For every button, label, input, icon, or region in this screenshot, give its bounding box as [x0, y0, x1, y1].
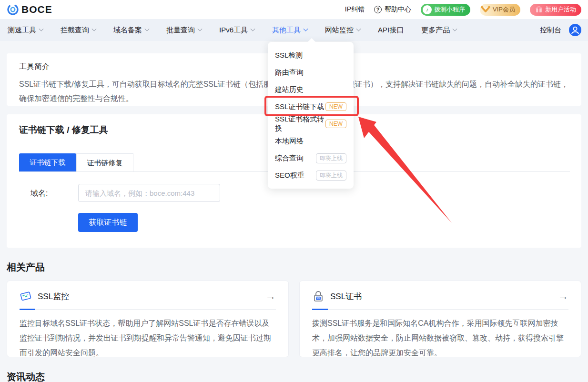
nav-item-icp-lookup[interactable]: 域名备案: [113, 26, 149, 35]
card-description: 监控目标域名SSL证书状态，帮助用户了解网站SSL证书是否存在错误以及监控证书到…: [20, 316, 276, 360]
dropdown-label: 建站历史: [275, 85, 304, 94]
card-head: SSL监控 →: [20, 288, 276, 305]
nav-item-api[interactable]: API接口: [378, 26, 404, 35]
topbar-links: IP纠错 ? 帮助中心 ♪ 拨测小程序 VIP会员: [345, 4, 581, 16]
chevron-down-icon: [453, 26, 457, 31]
card-divider: [312, 308, 568, 310]
card-divider: [20, 308, 276, 310]
svg-text:SSL: SSL: [316, 297, 321, 300]
ssl-monitor-icon: [20, 290, 32, 302]
nav-label: API接口: [378, 26, 404, 35]
card-title: SSL监控: [38, 291, 69, 302]
arrow-right-icon: →: [558, 290, 568, 302]
dropdown-label: 路由查询: [275, 68, 304, 77]
chevron-down-icon: [39, 26, 44, 31]
new-user-activity-badge[interactable]: 新用户活动: [530, 4, 581, 16]
new-badge: NEW: [325, 120, 346, 128]
nav-item-site-monitor[interactable]: 网站监控: [325, 26, 360, 35]
mini-program-label: 拨测小程序: [434, 5, 465, 14]
dropdown-item-ssl-format-convert[interactable]: SSL证书格式转换 NEW: [268, 115, 354, 132]
help-center-label: 帮助中心: [385, 5, 411, 14]
card-head: SSL SSL证书 →: [312, 288, 568, 305]
arrow-right-icon: →: [265, 290, 276, 302]
vip-icon: [481, 6, 490, 13]
get-cert-chain-button[interactable]: 获取证书链: [78, 213, 138, 232]
nav-right: 控制台: [540, 24, 581, 36]
dropdown-label: SEO权重: [275, 171, 304, 180]
nav-item-block-query[interactable]: 拦截查询: [61, 26, 96, 35]
vip-label: VIP会员: [493, 5, 515, 14]
chevron-down-icon: [304, 26, 308, 31]
question-icon: ?: [374, 6, 382, 13]
nav-label: 网站监控: [325, 26, 354, 35]
user-avatar-icon[interactable]: [569, 24, 581, 36]
tab-cert-chain-download[interactable]: 证书链下载: [19, 153, 76, 171]
dropdown-item-comprehensive-query[interactable]: 综合查询 即将上线: [268, 150, 354, 167]
boce-logo-icon: [7, 3, 19, 16]
nav-label: IPv6工具: [219, 26, 248, 35]
card-description: 拨测SSL证书服务是和国际知名CA机构合作，采用国际领先互联网加密技术，加强网站…: [312, 316, 568, 360]
nav-item-more-products[interactable]: 更多产品: [421, 26, 456, 35]
nav-label: 拦截查询: [61, 26, 89, 35]
logo-text: BOCE: [21, 4, 52, 15]
ip-correction-link[interactable]: IP纠错: [345, 5, 365, 14]
coming-soon-badge: 即将上线: [316, 153, 346, 163]
chevron-down-icon: [92, 26, 97, 31]
chevron-down-icon: [356, 26, 361, 31]
tool-title: 证书链下载 / 修复工具: [19, 124, 108, 136]
boce-logo[interactable]: BOCE: [7, 3, 52, 16]
coming-soon-badge: 即将上线: [316, 171, 346, 181]
nav-item-ipv6-tools[interactable]: IPv6工具: [219, 26, 254, 35]
nav-label: 更多产品: [421, 26, 450, 35]
domain-label: 域名:: [30, 189, 48, 199]
ssl-certificate-icon: SSL: [312, 290, 324, 302]
dropdown-notch: [308, 38, 315, 42]
card-ssl-certificate[interactable]: SSL SSL证书 → 拨测SSL证书服务是和国际知名CA机构合作，采用国际领先…: [299, 281, 581, 357]
mini-program-badge[interactable]: ♪ 拨测小程序: [421, 4, 470, 16]
nav-label: 其他工具: [272, 26, 301, 35]
dropdown-label: 本地网络: [275, 137, 304, 146]
nav-item-other-tools[interactable]: 其他工具: [272, 26, 307, 35]
dropdown-item-ssl-check[interactable]: SSL检测: [268, 47, 354, 64]
chevron-down-icon: [251, 26, 255, 31]
console-link[interactable]: 控制台: [540, 26, 561, 35]
vip-badge[interactable]: VIP会员: [480, 4, 520, 16]
related-products-cards: SSL监控 → 监控目标域名SSL证书状态，帮助用户了解网站SSL证书是否存在错…: [7, 281, 581, 357]
dropdown-label: 综合查询: [275, 154, 304, 163]
new-user-activity-label: 新用户活动: [545, 5, 576, 14]
chevron-down-icon: [198, 26, 203, 31]
annotation-highlight-box: [264, 96, 359, 116]
card-title: SSL证书: [330, 291, 362, 302]
dropdown-item-local-network[interactable]: 本地网络: [268, 132, 354, 150]
nav-label: 域名备案: [113, 26, 142, 35]
top-bar: BOCE IP纠错 ? 帮助中心 ♪ 拨测小程序 VIP会员: [0, 0, 588, 19]
dropdown-label: SSL证书格式转换: [275, 115, 325, 133]
nav-label: 批量查询: [166, 26, 195, 35]
nav-item-speed-tools[interactable]: 测速工具: [8, 26, 43, 35]
page: BOCE IP纠错 ? 帮助中心 ♪ 拨测小程序 VIP会员: [0, 0, 588, 382]
main-nav: 测速工具 拦截查询 域名备案 批量查询 IPv6工具 其他工具 网站监控 AP: [0, 19, 588, 41]
nav-item-batch-query[interactable]: 批量查询: [166, 26, 202, 35]
domain-input[interactable]: [78, 184, 220, 202]
nav-label: 测速工具: [8, 26, 36, 35]
tab-cert-chain-repair[interactable]: 证书链修复: [76, 153, 133, 171]
dropdown-label: SSL检测: [275, 51, 303, 60]
related-products-title: 相关产品: [7, 261, 45, 274]
help-center-link[interactable]: ? 帮助中心: [374, 5, 411, 14]
card-ssl-monitor[interactable]: SSL监控 → 监控目标域名SSL证书状态，帮助用户了解网站SSL证书是否存在错…: [7, 281, 289, 357]
gift-icon: [535, 6, 543, 13]
mini-program-icon: ♪: [423, 5, 432, 14]
dropdown-item-seo-weight[interactable]: SEO权重 即将上线: [268, 167, 354, 184]
chevron-down-icon: [145, 26, 150, 31]
dropdown-item-route-query[interactable]: 路由查询: [268, 64, 354, 81]
news-section-title: 资讯动态: [7, 371, 45, 382]
